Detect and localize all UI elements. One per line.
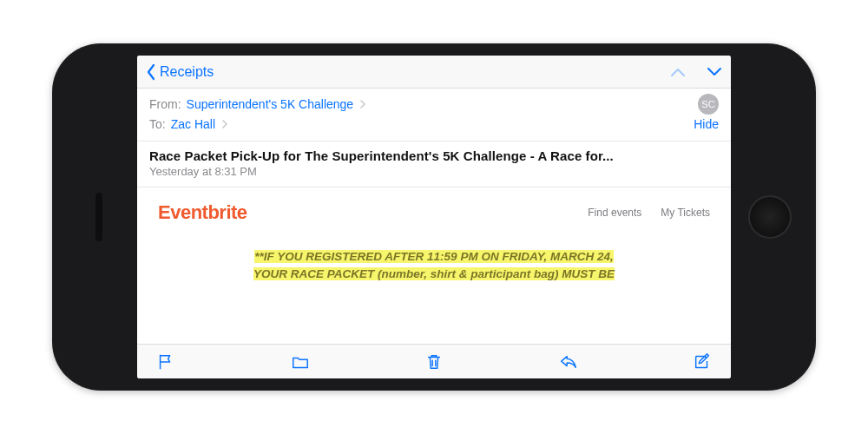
back-button[interactable]: Receipts	[146, 63, 214, 81]
chevron-left-icon	[146, 63, 156, 81]
from-row[interactable]: From: Superintendent's 5K Challenge SC	[149, 94, 719, 115]
chevron-up-icon[interactable]	[670, 66, 686, 78]
folder-icon[interactable]	[291, 352, 310, 372]
reply-icon[interactable]	[559, 352, 578, 372]
timestamp: Yesterday at 8:31 PM	[149, 165, 719, 178]
from-value: Superintendent's 5K Challenge	[187, 95, 354, 114]
highlighted-notice: **IF YOU REGISTERED AFTER 11:59 PM ON FR…	[158, 248, 710, 283]
to-row[interactable]: To: Zac Hall Hide	[149, 115, 719, 134]
find-events-link[interactable]: Find events	[588, 207, 641, 219]
to-label: To:	[149, 115, 166, 134]
chevron-down-icon[interactable]	[707, 66, 722, 78]
my-tickets-link[interactable]: My Tickets	[661, 207, 710, 219]
eventbrite-header: Eventbrite Find events My Tickets	[158, 201, 710, 224]
navigation-bar: Receipts	[137, 56, 731, 89]
sender-avatar[interactable]: SC	[698, 94, 719, 115]
flag-icon[interactable]	[156, 352, 175, 372]
back-label: Receipts	[160, 64, 214, 80]
bottom-toolbar	[137, 344, 731, 378]
screen: Receipts From: Superintendent's 5K Chall…	[137, 56, 731, 378]
nav-up-down	[670, 66, 722, 78]
hide-button[interactable]: Hide	[694, 115, 719, 134]
trash-icon[interactable]	[424, 352, 444, 372]
chevron-right-icon	[222, 120, 228, 128]
notice-line-1: **IF YOU REGISTERED AFTER 11:59 PM ON FR…	[254, 250, 613, 263]
chevron-right-icon	[360, 100, 366, 108]
to-value: Zac Hall	[171, 115, 215, 134]
compose-icon[interactable]	[693, 352, 712, 372]
message-header: From: Superintendent's 5K Challenge SC T…	[137, 89, 731, 141]
from-label: From:	[149, 95, 181, 114]
subject-text: Race Packet Pick-Up for The Superintende…	[149, 148, 719, 163]
iphone-device-frame: Receipts From: Superintendent's 5K Chall…	[52, 43, 816, 391]
subject-block: Race Packet Pick-Up for The Superintende…	[137, 141, 731, 187]
eventbrite-logo: Eventbrite	[158, 201, 247, 224]
notice-line-2: YOUR RACE PACKET (number, shirt & partic…	[253, 267, 615, 280]
home-button[interactable]	[748, 195, 792, 239]
